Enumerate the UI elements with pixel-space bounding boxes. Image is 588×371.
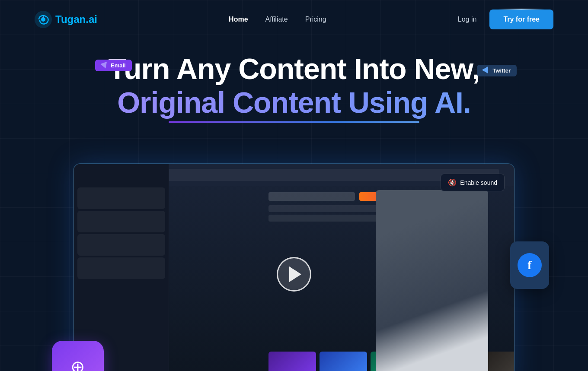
- enable-sound-button[interactable]: 🔇 Enable sound: [441, 174, 505, 191]
- facebook-icon: f: [518, 253, 542, 277]
- person-face: [376, 190, 488, 371]
- fake-person: [376, 190, 488, 371]
- nav-affiliate[interactable]: Affiliate: [265, 16, 288, 23]
- app-card: ⊕: [52, 341, 104, 371]
- login-link[interactable]: Log in: [458, 16, 477, 23]
- video-wrapper: 🔇 Enable sound: [74, 164, 514, 371]
- nav-pricing[interactable]: Pricing: [305, 16, 326, 23]
- fake-sidebar: [74, 164, 169, 371]
- sidebar-item: [77, 234, 165, 256]
- play-button[interactable]: [277, 257, 311, 292]
- nav-home[interactable]: Home: [229, 16, 248, 23]
- nav-links: Home Affiliate Pricing: [229, 16, 326, 23]
- cursor-purple-icon: [100, 61, 109, 70]
- logo-link[interactable]: Tugan.ai: [35, 11, 97, 28]
- mute-icon: 🔇: [448, 178, 457, 187]
- sidebar-item: [77, 211, 165, 232]
- sidebar-item: [77, 187, 165, 209]
- video-inner: [74, 164, 514, 371]
- email-badge: Email: [95, 60, 132, 71]
- nav-right: Log in Try for free: [458, 10, 553, 29]
- logo-text: Tugan.ai: [55, 13, 97, 25]
- hero-title: Turn Any Content Into New, Original Cont…: [0, 52, 588, 119]
- cursor-blue-icon: [482, 66, 491, 75]
- twitter-badge: Twitter: [477, 65, 517, 76]
- svg-point-1: [41, 17, 45, 22]
- play-icon: [289, 266, 301, 282]
- hero-section: Email Twitter Turn Any Content Into New,…: [0, 39, 588, 119]
- video-container: 🔇 Enable sound f ⊕: [74, 164, 514, 371]
- logo-icon: [35, 11, 52, 28]
- sidebar-item: [77, 257, 165, 279]
- app-icon: ⊕: [70, 357, 85, 371]
- facebook-card: f: [510, 241, 549, 289]
- navbar: Tugan.ai Home Affiliate Pricing Log in T…: [0, 0, 588, 39]
- try-for-free-button[interactable]: Try for free: [489, 10, 553, 29]
